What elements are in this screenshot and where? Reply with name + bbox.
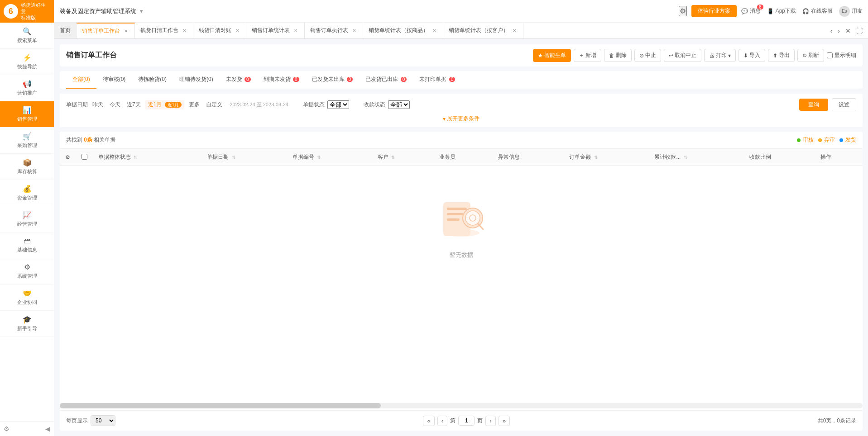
cancel-suspend-button[interactable]: ↩ 取消中止	[664, 49, 701, 62]
sidebar-item-search[interactable]: 🔍 搜索菜单	[0, 23, 54, 49]
query-button[interactable]: 查询	[799, 99, 828, 111]
date-yesterday-button[interactable]: 昨天	[91, 100, 105, 109]
date-today-button[interactable]: 今天	[108, 100, 122, 109]
sidebar-item-purchase[interactable]: 🛒 采购管理	[0, 128, 54, 154]
message-button[interactable]: 💬 消息 6	[741, 7, 761, 15]
date-1month-button[interactable]: 近1月 近1月	[145, 100, 185, 109]
system-icon: ⚙	[24, 263, 30, 271]
tab-cash-reconcile[interactable]: 钱货日清对账 ✕	[193, 23, 246, 39]
tab-sales-stats[interactable]: 销售订单统计表 ✕	[246, 23, 305, 39]
sidebar-item-finance[interactable]: 💰 资金管理	[0, 180, 54, 206]
last-page-button[interactable]: »	[499, 416, 510, 426]
tab-sales-summary-product-label: 销货单统计表（按商品）	[369, 27, 428, 34]
tab-close-summary-product-icon[interactable]: ✕	[431, 28, 437, 33]
sub-tab-not-shipped[interactable]: 未发货 0	[220, 71, 257, 89]
prev-page-button[interactable]: ‹	[437, 416, 447, 426]
next-page-button[interactable]: ›	[485, 416, 495, 426]
sub-tab-expired-not-shipped[interactable]: 到期未发货 0	[257, 71, 306, 89]
app-download-button[interactable]: 📱 App下载	[767, 7, 796, 15]
header-settings-button[interactable]: ⚙	[679, 6, 687, 16]
table-header-row: ⚙ 单据整体状态 ⇅ 单据日期 ⇅	[60, 149, 863, 166]
date-more-button[interactable]: 更多	[187, 100, 201, 109]
show-detail-checkbox[interactable]	[827, 52, 833, 58]
sub-tab-pending-review[interactable]: 待审核(0)	[96, 71, 132, 89]
sidebar-item-marketing[interactable]: 📢 营销推广	[0, 75, 54, 101]
sub-tab-pending-check[interactable]: 待拣验货(0)	[132, 71, 173, 89]
select-all-checkbox[interactable]	[82, 154, 87, 160]
add-button[interactable]: ＋ 新增	[574, 49, 601, 62]
sidebar-item-sales[interactable]: 📊 销售管理	[0, 101, 54, 128]
page-size-select[interactable]: 20 50 100 200	[91, 415, 115, 426]
horizontal-scrollbar[interactable]	[60, 403, 863, 408]
tab-cash-daily[interactable]: 钱货日清工作台 ✕	[135, 23, 193, 39]
page-number-input[interactable]	[458, 416, 475, 426]
suspend-button[interactable]: ⊘ 中止	[634, 49, 661, 62]
th-gear[interactable]: ⚙	[60, 149, 76, 166]
empty-state: 暂无数据	[60, 166, 863, 286]
expand-filter-button[interactable]: ▾ 展开更多条件	[443, 115, 480, 123]
import-button[interactable]: ⬇ 导入	[739, 49, 765, 62]
date-7days-button[interactable]: 近7天	[125, 100, 143, 109]
collapse-sidebar-button[interactable]: ◀	[45, 425, 50, 432]
online-service-button[interactable]: 🎧 在线客服	[802, 7, 833, 15]
trial-plan-button[interactable]: 体验行业方案	[691, 5, 737, 17]
add-icon: ＋	[579, 52, 584, 59]
print-button[interactable]: 🖨 打印 ▾	[704, 49, 736, 62]
tab-scroll-left-button[interactable]: ‹	[829, 26, 834, 35]
th-customer: 客户 ⇅	[372, 149, 434, 166]
sidebar-item-enterprise[interactable]: 🤝 企业协同	[0, 284, 54, 311]
tab-close-icon[interactable]: ✕	[123, 28, 129, 34]
show-detail-checkbox-label[interactable]: 显示明细	[827, 52, 856, 59]
status-filter-label: 单据状态	[303, 101, 325, 109]
tab-sales-exec[interactable]: 销售订单执行表 ✕	[305, 23, 363, 39]
tab-home[interactable]: 首页	[54, 23, 77, 39]
sidebar-label-system: 系统管理	[17, 273, 37, 280]
status-select[interactable]: 全部	[327, 100, 349, 109]
sub-tab-shipped-out[interactable]: 已发货已出库 0	[359, 71, 413, 89]
date-custom-button[interactable]: 自定义	[204, 100, 224, 109]
svg-rect-4	[447, 218, 460, 221]
smart-gen-button[interactable]: ★ 智能生单	[533, 49, 571, 62]
th-abnormal: 异常信息	[493, 149, 564, 166]
filter-settings-button[interactable]: 设置	[832, 98, 856, 111]
print-arrow-icon: ▾	[728, 52, 731, 59]
tab-sales-workbench[interactable]: 销售订单工作台 ✕	[77, 23, 135, 39]
refresh-button[interactable]: ↻ 刷新	[797, 49, 824, 62]
sidebar-item-guide[interactable]: 🎓 新手引导	[0, 311, 54, 337]
user-menu-button[interactable]: Ea 用友	[839, 6, 863, 17]
system-title: 装备及固定资产辅助管理系统 ▾	[60, 7, 674, 15]
tab-close-sales-exec-icon[interactable]: ✕	[351, 28, 357, 33]
ship-action-button[interactable]: 发货	[839, 136, 856, 144]
tab-sales-summary-customer[interactable]: 销货单统计表（按客户） ✕	[443, 23, 523, 39]
tab-close-cash-reconcile-icon[interactable]: ✕	[234, 28, 240, 33]
empty-text: 暂无数据	[450, 251, 473, 259]
tab-close-cash-daily-icon[interactable]: ✕	[181, 28, 187, 33]
table-head: ⚙ 单据整体状态 ⇅ 单据日期 ⇅	[60, 149, 863, 166]
shipped-not-out-badge: 0	[347, 77, 353, 82]
th-status: 单据整体状态 ⇅	[93, 149, 201, 166]
expand-icon: ▾	[443, 116, 446, 122]
tab-sales-summary-product[interactable]: 销货单统计表（按商品） ✕	[363, 23, 443, 39]
tab-close-all-button[interactable]: ✕	[844, 26, 853, 35]
sub-tab-wangpu[interactable]: 旺铺待发货(0)	[173, 71, 220, 89]
settings-footer-button[interactable]: ⚙	[4, 425, 10, 432]
tab-scroll-right-button[interactable]: ›	[836, 26, 842, 35]
sidebar-item-operation[interactable]: 📈 经营管理	[0, 206, 54, 232]
sub-tab-all[interactable]: 全部(0)	[66, 71, 96, 89]
tab-close-summary-customer-icon[interactable]: ✕	[511, 28, 518, 33]
sidebar-item-quick-nav[interactable]: ⚡ 快捷导航	[0, 49, 54, 75]
revoke-action-button[interactable]: 弃审	[818, 136, 835, 144]
payment-select[interactable]: 全部	[388, 100, 410, 109]
tab-fullscreen-button[interactable]: ⛶	[854, 26, 864, 35]
tab-close-sales-stats-icon[interactable]: ✕	[293, 28, 299, 33]
export-button[interactable]: ⬆ 导出	[768, 49, 795, 62]
sidebar-item-inventory[interactable]: 📦 库存核算	[0, 154, 54, 180]
first-page-button[interactable]: «	[423, 416, 434, 426]
purchase-icon: 🛒	[23, 132, 32, 141]
delete-button[interactable]: 🗑 删除	[604, 49, 632, 62]
sidebar-item-system[interactable]: ⚙ 系统管理	[0, 258, 54, 284]
review-action-button[interactable]: 审核	[797, 136, 814, 144]
sub-tab-shipped-not-out[interactable]: 已发货未出库 0	[306, 71, 360, 89]
sidebar-item-basic[interactable]: 🗃 基础信息	[0, 232, 54, 258]
sub-tab-not-printed[interactable]: 未打印单据 0	[413, 71, 461, 89]
